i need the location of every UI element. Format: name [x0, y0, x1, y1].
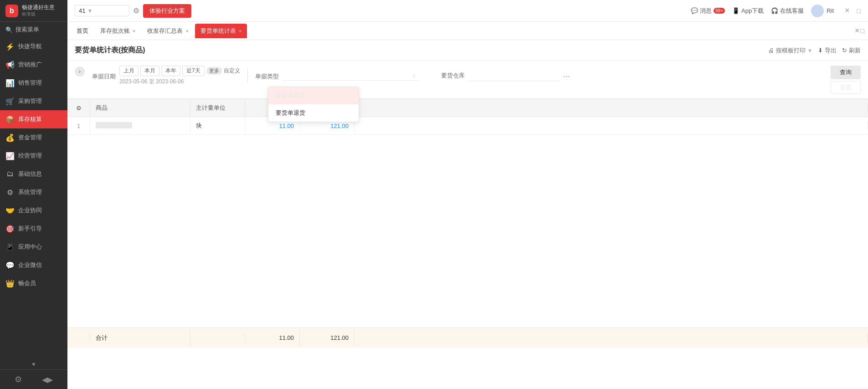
- date-filter: 上月 本月 本年 近7天 更多 自定义 2023-05-06 至 2023-06…: [119, 66, 240, 86]
- type-chevron-up-icon[interactable]: ∧: [412, 72, 416, 79]
- wechat-icon: 💬: [5, 261, 15, 270]
- sidebar-item-guide[interactable]: 🎯 新手引导: [0, 220, 67, 238]
- sidebar-item-purchase[interactable]: 🛒 采购管理: [0, 92, 67, 110]
- cell-product: [90, 118, 190, 134]
- logo-icon: b: [5, 5, 18, 17]
- user-avatar: [811, 5, 824, 17]
- tab-batch-account[interactable]: 库存批次账 ×: [95, 24, 141, 38]
- sidebar-item-basic[interactable]: 🗂 基础信息: [0, 165, 67, 183]
- sidebar-item-system[interactable]: ⚙ 系统管理: [0, 183, 67, 201]
- tab-order-summary[interactable]: 要货单统计表 ×: [195, 24, 247, 38]
- sidebar-item-shortcut[interactable]: ⚡ 快捷导航: [0, 37, 67, 56]
- tabbar-expand-icon[interactable]: □: [861, 27, 864, 35]
- search-menu[interactable]: 🔍 搜索菜单: [0, 22, 67, 37]
- sidebar-item-marketing[interactable]: 📢 营销推广: [0, 56, 67, 74]
- online-service-button[interactable]: 🎧 在线客服: [771, 7, 804, 15]
- user-menu[interactable]: Rit: [811, 5, 834, 17]
- date-filter-label: 单据日期: [92, 72, 116, 81]
- window-maximize-button[interactable]: □: [857, 7, 861, 15]
- sidebar-scroll-down[interactable]: ▼: [0, 359, 67, 369]
- tab-receive-summary[interactable]: 收发存汇总表 ×: [142, 24, 194, 38]
- settings-gear-icon[interactable]: ⚙: [133, 6, 139, 15]
- page-title: 要货单统计表(按商品): [75, 46, 145, 55]
- cell-unit: 块: [190, 117, 245, 134]
- collapse-icon[interactable]: ◀▶: [42, 375, 53, 384]
- date-btn-this-year[interactable]: 本年: [161, 66, 180, 76]
- page-content: 要货单统计表(按商品) 🖨 按模板打印 ▼ ⬇ 导出 ↻ 刷新: [67, 40, 868, 389]
- content-inner: 要货单统计表(按商品) 🖨 按模板打印 ▼ ⬇ 导出 ↻ 刷新: [67, 40, 868, 389]
- member-icon: 👑: [5, 279, 15, 288]
- cell-index: 1: [67, 118, 90, 134]
- sidebar-item-finance[interactable]: 💰 资金管理: [0, 128, 67, 147]
- date-range-display: 2023-05-06 至 2023-06-06: [119, 78, 240, 86]
- print-label: 按模板打印: [776, 46, 806, 55]
- date-btn-last-7-days[interactable]: 近7天: [182, 66, 205, 76]
- tab-order-summary-close[interactable]: ×: [239, 28, 241, 34]
- tab-home[interactable]: 首页: [71, 24, 94, 38]
- topbar-right: 💬 消息 99+ 📱 App下载 🎧 在线客服 Rit × □: [691, 5, 861, 17]
- sidebar-item-label: 系统管理: [18, 188, 42, 196]
- sidebar-item-wechat[interactable]: 💬 企业微信: [0, 256, 67, 274]
- filter-actions: 查询 设置: [831, 66, 861, 94]
- appstore-icon: 📱: [5, 242, 15, 251]
- export-label: 导出: [825, 46, 837, 55]
- sidebar: b 畅捷通好生意 标准版 🔍 搜索菜单 ⚡ 快捷导航 📢 营销推广 📊 销售管理…: [0, 0, 67, 389]
- sidebar-item-enterprise[interactable]: 🤝 企业协同: [0, 201, 67, 220]
- finance-icon: 💰: [5, 133, 15, 142]
- type-filter-input[interactable]: [285, 72, 412, 79]
- footer-rest: [354, 333, 868, 343]
- sidebar-item-member[interactable]: 👑 畅会员: [0, 274, 67, 292]
- settings-icon[interactable]: ⚙: [15, 374, 22, 384]
- date-btn-this-month[interactable]: 本月: [140, 66, 159, 76]
- type-input-wrapper: ∧: [282, 71, 419, 81]
- online-service-label: 在线客服: [780, 7, 804, 15]
- more-filters-icon[interactable]: ···: [563, 72, 570, 81]
- filter-expand-button[interactable]: ›: [75, 67, 85, 77]
- sidebar-item-appstore[interactable]: 📱 应用中心: [0, 238, 67, 256]
- dropdown-item-order-purchase[interactable]: 要货单要货: [268, 87, 359, 104]
- app-download-button[interactable]: 📱 App下载: [732, 7, 764, 15]
- export-button[interactable]: ⬇ 导出: [818, 46, 837, 55]
- sidebar-item-label: 库存核算: [18, 115, 42, 123]
- sidebar-item-label: 经营管理: [18, 152, 42, 160]
- filter-settings-button[interactable]: 设置: [831, 81, 861, 94]
- print-dropdown-icon: ▼: [807, 48, 812, 53]
- col-settings[interactable]: ⚙: [67, 100, 90, 116]
- sidebar-item-inventory[interactable]: 📦 库存核算: [0, 110, 67, 128]
- app-download-label: App下载: [741, 7, 764, 15]
- tab-home-label: 首页: [77, 27, 88, 35]
- type-filter-label: 单据类型: [255, 72, 279, 81]
- refresh-icon: ↻: [842, 47, 847, 54]
- sidebar-item-operations[interactable]: 📈 经营管理: [0, 147, 67, 165]
- main-area: 41 ▼ ⚙ 体验行业方案 💬 消息 99+ 📱 App下载 🎧 在线客服: [67, 0, 868, 389]
- column-settings-icon[interactable]: ⚙: [76, 105, 82, 112]
- app-logo: b 畅捷通好生意 标准版: [0, 0, 67, 22]
- trial-button[interactable]: 体验行业方案: [143, 4, 191, 18]
- app-name: 畅捷通好生意: [22, 4, 55, 11]
- message-button[interactable]: 💬 消息 99+: [691, 7, 725, 15]
- warehouse-filter: 要货仓库 ···: [441, 70, 570, 81]
- topbar-left: 41 ▼ ⚙ 体验行业方案: [75, 4, 685, 18]
- store-name: 41: [79, 7, 85, 14]
- sidebar-item-label: 企业微信: [18, 261, 42, 269]
- custom-date-label[interactable]: 自定义: [224, 67, 240, 75]
- type-filter-container: ∧: [282, 71, 437, 81]
- dropdown-item-order-return[interactable]: 要货单退货: [268, 104, 359, 122]
- tab-batch-account-close[interactable]: ×: [133, 28, 135, 34]
- store-selector[interactable]: 41 ▼: [75, 5, 129, 16]
- date-more-badge[interactable]: 更多: [206, 67, 222, 75]
- tab-batch-account-label: 库存批次账: [100, 27, 130, 35]
- tab-order-summary-label: 要货单统计表: [200, 27, 236, 35]
- warehouse-input[interactable]: [468, 70, 560, 81]
- window-close-button[interactable]: ×: [845, 6, 850, 15]
- date-btn-last-month[interactable]: 上月: [119, 66, 139, 76]
- query-button[interactable]: 查询: [831, 66, 861, 79]
- refresh-button[interactable]: ↻ 刷新: [842, 46, 861, 55]
- table-footer: 合计 11.00 121.00: [67, 328, 868, 348]
- tabbar-close-icon[interactable]: ×: [855, 26, 860, 36]
- user-name: Rit: [827, 7, 834, 14]
- guide-icon: 🎯: [5, 224, 15, 233]
- tab-receive-summary-close[interactable]: ×: [185, 28, 188, 34]
- print-button[interactable]: 🖨 按模板打印 ▼: [768, 46, 812, 55]
- sidebar-item-sales[interactable]: 📊 销售管理: [0, 74, 67, 92]
